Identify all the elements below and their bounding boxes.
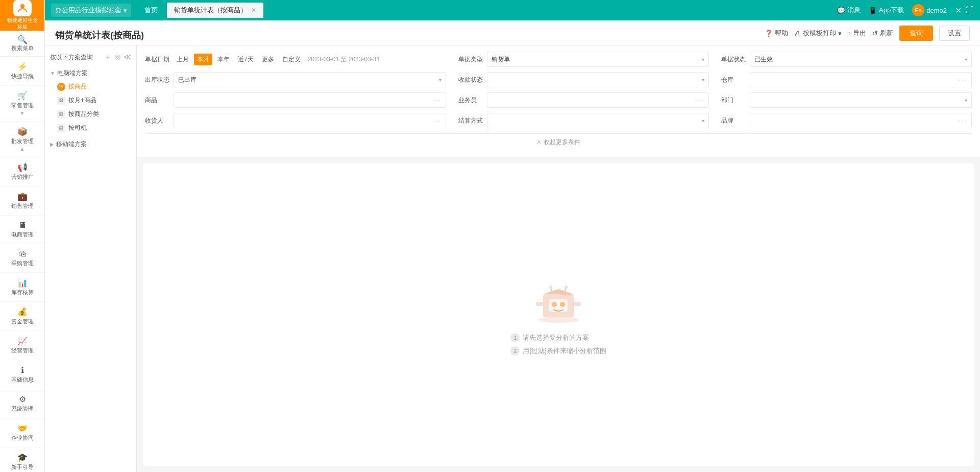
tab-close-icon[interactable]: ✕ — [251, 7, 256, 14]
date-tab-this-year[interactable]: 本年 — [214, 54, 233, 65]
staff-label: 业务员 — [458, 96, 483, 105]
product-more-icon: ··· — [432, 96, 442, 104]
tree-group-mobile: ▶ 移动端方案 — [45, 138, 136, 151]
finance-icon: 💰 — [17, 307, 28, 317]
date-tab-last-month[interactable]: 上月 — [174, 54, 192, 65]
filter-field-out-status: 出库状态 已出库 ▾ — [145, 72, 446, 87]
app-download-btn[interactable]: 📱 App下载 — [869, 6, 904, 15]
help-btn[interactable]: ❓ 帮助 — [765, 29, 788, 38]
user-avatar: Ea — [912, 4, 924, 16]
payment-select[interactable]: ▾ — [487, 113, 709, 128]
collapse-more-label: ∧ 收起更多条件 — [536, 138, 580, 146]
message-btn[interactable]: 💬 消息 — [837, 6, 861, 15]
bill-type-label: 单据类型 — [458, 55, 483, 64]
brand-input[interactable]: ··· — [750, 113, 972, 128]
filter-field-bill-status: 单据状态 已生效 ▾ — [721, 52, 972, 67]
add-scheme-icon[interactable]: ＋ — [104, 53, 111, 62]
left-panel-title: 按以下方案查询 — [50, 53, 93, 62]
company-dropdown[interactable]: 办公用品行业模拟账套 ▾ — [51, 4, 131, 17]
collapse-panel-icon[interactable]: ≪ — [124, 53, 131, 62]
refresh-btn[interactable]: ↺ 刷新 — [872, 29, 893, 38]
tip-text-2: 用[过滤]条件来缩小分析范围 — [523, 346, 606, 356]
out-status-select[interactable]: 已出库 ▾ — [174, 72, 446, 87]
sidebar-item-marketing[interactable]: 📢 营销推广 — [0, 157, 44, 186]
marketing-label: 营销推广 — [11, 173, 34, 181]
sidebar-item-system[interactable]: ⚙ 系统管理 — [0, 389, 44, 418]
bill-status-select[interactable]: 已生效 ▾ — [750, 52, 972, 67]
ecommerce-label: 电商管理 — [11, 231, 34, 239]
date-tab-7days[interactable]: 近7天 — [235, 54, 257, 65]
finance-label: 资金管理 — [11, 318, 34, 325]
retail-icon: 🛒 — [17, 91, 28, 101]
product-input[interactable]: ··· — [174, 92, 446, 108]
message-label: 消息 — [847, 6, 861, 15]
window-maximize-icon[interactable]: ⛶ — [966, 6, 974, 15]
sidebar-item-ecommerce[interactable]: 🖥 电商管理 — [0, 216, 44, 244]
setting-button[interactable]: 设置 — [939, 26, 970, 41]
tree-item-by-driver[interactable]: 囧 按司机 — [45, 121, 136, 135]
sidebar-item-retail[interactable]: 🛒 零售管理 ▼ — [0, 86, 44, 122]
left-panel-header: 按以下方案查询 ＋ ◎ ≪ — [45, 51, 136, 64]
logo-icon — [13, 0, 32, 16]
tab-home[interactable]: 首页 — [137, 3, 165, 18]
query-button[interactable]: 查询 — [899, 26, 933, 41]
tree-group-mobile-text: 移动端方案 — [56, 140, 87, 149]
warehouse-label: 仓库 — [721, 76, 746, 84]
svg-point-4 — [552, 302, 557, 307]
tree-item-by-product[interactable]: 按 按商品 — [45, 80, 136, 93]
user-menu-btn[interactable]: Ea demo2 — [912, 4, 947, 16]
empty-state: 1 请先选择要分析的方案 2 用[过滤]条件来缩小分析范围 — [143, 163, 974, 466]
tree-group-mobile-label[interactable]: ▶ 移动端方案 — [45, 138, 136, 151]
out-status-label: 出库状态 — [145, 76, 169, 84]
inventory-icon: 📊 — [17, 278, 28, 288]
sidebar-item-guide[interactable]: 🎓 新手引导 — [0, 447, 44, 472]
purchase-label: 采购管理 — [11, 259, 34, 267]
date-tab-custom[interactable]: 自定义 — [279, 54, 304, 65]
consignee-label: 收货人 — [145, 116, 169, 125]
edit-scheme-icon[interactable]: ◎ — [114, 53, 120, 62]
dept-select[interactable]: ▾ — [750, 92, 972, 108]
window-close-icon[interactable]: ✕ — [955, 6, 962, 15]
tree-item-by-category[interactable]: 囧 按商品分类 — [45, 107, 136, 121]
bill-type-arrow-icon: ▾ — [702, 57, 704, 62]
sidebar-item-quick-nav[interactable]: ⚡ 快捷导航 — [0, 57, 44, 86]
item-icon-category: 囧 — [57, 110, 65, 119]
bill-type-select[interactable]: 销货单 ▾ — [487, 52, 709, 67]
tree-group-desktop-label[interactable]: ▼ 电脑端方案 — [45, 67, 136, 80]
sidebar-item-basic[interactable]: ℹ 基础信息 — [0, 360, 44, 389]
receipt-status-select[interactable]: ▾ — [487, 72, 709, 87]
tab-sales-stat[interactable]: 销货单统计表（按商品） ✕ — [167, 3, 263, 18]
inventory-label: 库存核算 — [11, 289, 34, 296]
sidebar-item-finance[interactable]: 💰 资金管理 — [0, 302, 44, 331]
warehouse-input[interactable]: ··· — [750, 72, 972, 87]
export-btn[interactable]: ↑ 导出 — [848, 29, 867, 38]
bill-status-value: 已生效 — [754, 55, 773, 64]
sidebar-item-purchase[interactable]: 🛍 采购管理 — [0, 244, 44, 273]
dept-label: 部门 — [721, 96, 746, 105]
consignee-input[interactable]: ··· — [174, 113, 446, 128]
page-header: 销货单统计表(按商品) ❓ 帮助 🖨 按模板打印 ▾ ↑ 导出 ↺ 刷新 查询 … — [45, 20, 980, 45]
filter-field-brand: 品牌 ··· — [721, 113, 972, 128]
sidebar-item-operation[interactable]: 📈 经营管理 — [0, 331, 44, 360]
bill-status-arrow-icon: ▾ — [965, 57, 967, 62]
empty-tips: 1 请先选择要分析的方案 2 用[过滤]条件来缩小分析范围 — [510, 333, 606, 356]
wholesale-label: 批发管理 — [11, 137, 34, 145]
out-status-value: 已出库 — [178, 76, 197, 84]
collapse-more-btn[interactable]: ∧ 收起更多条件 — [145, 133, 972, 151]
date-tab-this-month[interactable]: 本月 — [194, 54, 212, 65]
date-tab-more[interactable]: 更多 — [259, 54, 277, 65]
sidebar-search[interactable]: 🔍 搜索菜单 — [0, 31, 44, 57]
sidebar-item-wholesale[interactable]: 📦 批发管理 ▲ — [0, 122, 44, 157]
refresh-label: 刷新 — [880, 29, 893, 38]
tab-home-label: 首页 — [144, 6, 158, 15]
filter-row-2: 出库状态 已出库 ▾ 收款状态 ▾ 仓库 — [145, 72, 972, 87]
staff-input[interactable]: ··· — [487, 92, 709, 108]
sidebar-item-sales[interactable]: 💼 销售管理 — [0, 186, 44, 216]
ecommerce-icon: 🖥 — [18, 221, 27, 230]
filter-area: 单据日期 上月 本月 本年 近7天 更多 自定义 2023-03-01 至 20… — [137, 45, 980, 157]
sidebar-item-inventory[interactable]: 📊 库存核算 — [0, 273, 44, 302]
tree-item-by-month-product[interactable]: 囧 按月+商品 — [45, 93, 136, 107]
topbar: 办公用品行业模拟账套 ▾ 首页 销货单统计表（按商品） ✕ 💬 消息 📱 App… — [45, 0, 980, 20]
sidebar-item-enterprise[interactable]: 🤝 企业协同 — [0, 418, 44, 447]
template-print-btn[interactable]: 🖨 按模板打印 ▾ — [794, 29, 842, 38]
